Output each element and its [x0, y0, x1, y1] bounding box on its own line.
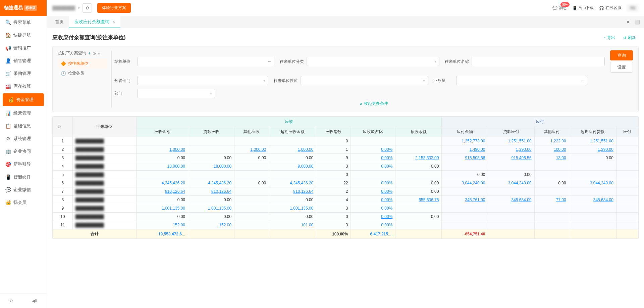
cell-ar_overdue[interactable]: 1,000.00 — [269, 145, 316, 154]
collapse-btn[interactable]: ∧ 收起更多条件 — [114, 99, 633, 108]
value-link[interactable]: 18,000.00 — [214, 164, 231, 169]
refresh-btn[interactable]: ↺ 刷新 — [621, 34, 639, 42]
sidebar-item-smart[interactable]: 📱智能硬件 — [0, 171, 47, 183]
cell-ap_overdue[interactable]: 345,684.00 — [569, 196, 616, 204]
value-link[interactable]: 1,000.00 — [298, 147, 314, 152]
cell-ar_ratio[interactable]: 0.00% — [351, 204, 395, 213]
value-link[interactable]: 345,684.00 — [512, 197, 532, 202]
sidebar-item-wechat[interactable]: 💬企业微信 — [0, 183, 47, 196]
sidebar-item-management[interactable]: 📊经营管理 — [0, 107, 47, 120]
sidebar-item-basic[interactable]: 📋基础信息 — [0, 120, 47, 132]
cell-ap_amount[interactable]: 915,508.56 — [442, 154, 488, 162]
footer-link[interactable]: 6,417,215.... — [370, 232, 393, 236]
value-link[interactable]: 152.00 — [173, 223, 185, 227]
value-link[interactable]: 810,126.64 — [211, 189, 231, 194]
tab-maximize-btn[interactable]: ⬜ — [633, 18, 641, 26]
cell-ap_loan[interactable]: 1,390.00 — [488, 145, 534, 154]
cell-ar_loan[interactable]: 4,345,436.20 — [188, 179, 234, 187]
cell-ar_loan[interactable]: 152.00 — [188, 221, 234, 229]
cell-ap_other[interactable]: 13.00 — [534, 154, 569, 162]
setting-btn[interactable]: 设置 — [610, 62, 633, 73]
cell-ar_overdue[interactable]: 1,001,135.00 — [269, 204, 316, 213]
value-link[interactable]: 0.00% — [381, 223, 392, 227]
value-link[interactable]: 345,761.00 — [465, 197, 485, 202]
value-link[interactable]: 18,000.00 — [167, 164, 185, 169]
cell-ap_amount[interactable]: 1,252,773.00 — [442, 137, 488, 145]
value-link[interactable]: 1,251,551.00 — [590, 139, 613, 143]
value-link[interactable]: 1,490.00 — [470, 147, 485, 152]
value-link[interactable]: 345,684.00 — [593, 197, 613, 202]
salesman-dots[interactable]: ··· — [581, 78, 584, 83]
value-link[interactable]: 915,508.56 — [465, 156, 485, 160]
cell-ar_overdue[interactable]: 9,000.00 — [269, 162, 316, 171]
value-link[interactable]: 100.00 — [554, 147, 566, 152]
cell-ar_overdue[interactable]: 4,345,436.20 — [269, 179, 316, 187]
sidebar-item-enterprise[interactable]: 🏢企业协同 — [0, 145, 47, 158]
settings-gear-btn[interactable]: ⚙ — [83, 3, 92, 13]
cell-ap_other[interactable]: 1,222.00 — [534, 137, 569, 145]
cell-ap_amount[interactable]: 345,761.00 — [442, 196, 488, 204]
cell-ar_amount[interactable]: 1,000.00 — [137, 145, 188, 154]
value-link[interactable]: 0.00% — [381, 197, 392, 202]
cell-ar_prepaid[interactable]: 655,636.75 — [395, 196, 442, 204]
sidebar-item-quick-nav[interactable]: 🏠快捷导航 — [0, 29, 47, 42]
cell-ar_amount[interactable]: 810,126.64 — [137, 187, 188, 196]
scheme-collapse-btn[interactable]: « — [98, 51, 100, 56]
tab-ar-ap-query[interactable]: 应收应付余额查询× — [69, 16, 120, 28]
cell-ar_other[interactable]: 1,000.00 — [234, 145, 269, 154]
partner-name-input[interactable] — [472, 57, 605, 66]
value-link[interactable]: 152.00 — [219, 223, 231, 227]
value-link[interactable]: 1,390.00 — [598, 147, 613, 152]
cell-ar_amount[interactable]: 152.00 — [137, 221, 188, 229]
cell-ar_overdue[interactable]: 101.00 — [269, 221, 316, 229]
value-link[interactable]: 77.00 — [556, 197, 566, 202]
value-link[interactable]: 1,001,135.00 — [208, 206, 231, 211]
notification-btn[interactable]: 💬 消息 99+ — [552, 5, 567, 11]
settings-col-header[interactable]: ⚙ — [53, 117, 73, 137]
footer-cell[interactable]: 19,553,472,6... — [137, 229, 188, 239]
cell-ar_ratio[interactable]: 0.00% — [351, 162, 395, 171]
value-link[interactable]: 13.00 — [556, 156, 566, 160]
cell-ar_loan[interactable]: 18,000.00 — [188, 162, 234, 171]
sidebar-item-marketing[interactable]: 📢营销推广 — [0, 42, 47, 54]
department-input[interactable]: ▾ — [137, 89, 215, 98]
cell-ar_loan[interactable]: 1,001,135.00 — [188, 204, 234, 213]
value-link[interactable]: 1,222.00 — [550, 139, 566, 143]
tab-close-btn[interactable]: ✕ — [624, 18, 632, 26]
footer-link[interactable]: -654,751.40 — [464, 232, 485, 236]
tab-home[interactable]: 首页 — [50, 16, 69, 28]
sidebar-item-member[interactable]: 👑畅会员 — [0, 196, 47, 209]
value-link[interactable]: 4,345,436.20 — [208, 181, 231, 185]
cell-ap_overdue[interactable]: 3,044,240.00 — [569, 179, 616, 187]
cell-ar_ratio[interactable]: 0.00% — [351, 154, 395, 162]
value-link[interactable]: 3,044,240.00 — [462, 181, 485, 185]
scheme-by-staff[interactable]: 🕐按业务员 — [58, 69, 107, 78]
value-link[interactable]: 655,636.75 — [419, 197, 439, 202]
scheme-settings-btn[interactable]: ⊙ — [93, 51, 96, 56]
footer-cell[interactable]: -654,751.40 — [442, 229, 488, 239]
value-link[interactable]: 1,000.00 — [250, 147, 266, 152]
sidebar-item-guide[interactable]: 🎯新手引导 — [0, 158, 47, 171]
value-link[interactable]: 2,153,333.00 — [415, 156, 439, 160]
cell-ap_loan[interactable]: 1,251,551.00 — [488, 137, 534, 145]
value-link[interactable]: 9,000.00 — [298, 164, 314, 169]
value-link[interactable]: 3,044,240.00 — [590, 181, 613, 185]
value-link[interactable]: 4,345,436.20 — [290, 181, 313, 185]
value-link[interactable]: 0.00% — [381, 189, 392, 194]
value-link[interactable]: 810,126.64 — [165, 189, 185, 194]
footer-cell[interactable]: 6,417,215.... — [351, 229, 395, 239]
footer-link[interactable]: 19,553,472,6... — [158, 232, 185, 236]
value-link[interactable]: 0.00% — [381, 147, 392, 152]
value-link[interactable]: 101.00 — [301, 223, 314, 227]
sidebar-item-inventory[interactable]: 🏭库存核算 — [0, 80, 47, 93]
value-link[interactable]: 0.00% — [381, 156, 392, 160]
value-link[interactable]: 0.00% — [381, 206, 392, 211]
cell-ap_amount[interactable]: 3,044,240.00 — [442, 179, 488, 187]
cell-ar_ratio[interactable]: 0.00% — [351, 213, 395, 221]
scheme-by-partner[interactable]: 🔶按往来单位 — [58, 59, 107, 69]
industry-solution-btn[interactable]: 体验行业方案 — [97, 3, 131, 13]
sidebar-settings-btn[interactable]: ⚙ — [5, 297, 17, 305]
partner-nature-input[interactable]: ▾ — [301, 76, 428, 85]
cell-ar_ratio[interactable]: 0.00% — [351, 179, 395, 187]
sidebar-item-purchase[interactable]: 🛒采购管理 — [0, 67, 47, 80]
